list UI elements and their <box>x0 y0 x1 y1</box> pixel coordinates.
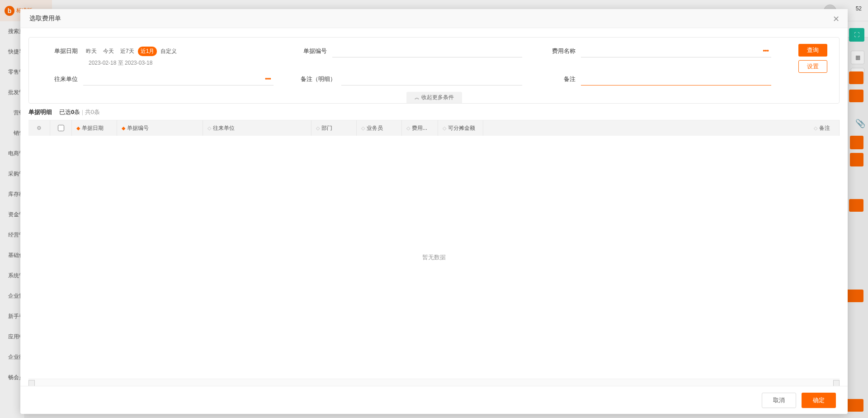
query-button[interactable]: 查询 <box>798 44 827 57</box>
horizontal-scrollbar[interactable] <box>28 379 840 386</box>
close-icon[interactable]: ✕ <box>830 14 841 24</box>
date-chip-7d[interactable]: 近7天 <box>118 47 137 56</box>
selected-count-label: 已选0条 <box>59 109 82 115</box>
filter-panel: 单据日期 昨天 今天 近7天 近1月 自定义 2023-02-18 至 2023… <box>28 37 840 104</box>
filter-label-code: 单据编号 <box>292 47 332 55</box>
select-fee-modal: 选取费用单 ✕ 单据日期 昨天 今天 近7天 近1月 自定义 <box>20 9 848 414</box>
tab-detail[interactable]: 单据明细 <box>28 108 52 116</box>
modal-title: 选取费用单 <box>29 14 61 23</box>
code-input[interactable] <box>332 45 523 57</box>
cancel-button[interactable]: 取消 <box>762 393 796 408</box>
col-code[interactable]: ◆单据编号 <box>117 120 203 136</box>
more-icon[interactable]: ••• <box>265 75 271 82</box>
date-chip-yesterday[interactable]: 昨天 <box>83 47 99 56</box>
table-header: ⚙ ◆单据日期 ◆单据编号 ◇往来单位 ◇部门 ◇业务员 ◇费用... ◇可分摊… <box>28 120 840 136</box>
collapse-toggle[interactable]: ︽ 收起更多条件 <box>406 92 462 103</box>
more-icon[interactable]: ••• <box>763 47 769 54</box>
col-date[interactable]: ◆单据日期 <box>72 120 117 136</box>
fee-name-input[interactable] <box>581 45 771 57</box>
filter-label-memo-detail: 备注（明细） <box>292 75 341 83</box>
col-amount[interactable]: ◇可分摊金额 <box>438 120 483 136</box>
filter-label-unit: 往来单位 <box>42 75 83 83</box>
date-chip-today[interactable]: 今天 <box>100 47 117 56</box>
chevron-up-icon: ︽ <box>415 94 420 101</box>
memo-input[interactable] <box>581 73 771 86</box>
filter-label-memo: 备注 <box>540 75 581 83</box>
ok-button[interactable]: 确定 <box>802 393 836 408</box>
collapse-label: 收起更多条件 <box>421 94 454 101</box>
date-chip-1m[interactable]: 近1月 <box>138 47 157 56</box>
col-unit[interactable]: ◇往来单位 <box>203 120 311 136</box>
col-fee[interactable]: ◇费用... <box>402 120 438 136</box>
separator: | <box>82 109 85 115</box>
date-chip-custom[interactable]: 自定义 <box>158 47 179 56</box>
filter-label-feename: 费用名称 <box>540 47 581 55</box>
empty-state: 暂无数据 <box>28 136 840 379</box>
total-count-label: 共0条 <box>85 109 100 115</box>
unit-input[interactable] <box>83 73 274 86</box>
col-remark[interactable]: ◇备注 <box>483 120 840 136</box>
col-staff[interactable]: ◇业务员 <box>357 120 402 136</box>
select-all-checkbox[interactable] <box>50 120 72 136</box>
date-range-text: 2023-02-18 至 2023-03-18 <box>89 59 152 67</box>
setting-button[interactable]: 设置 <box>798 60 827 73</box>
col-dept[interactable]: ◇部门 <box>311 120 357 136</box>
filter-label-date: 单据日期 <box>42 47 83 55</box>
gear-icon[interactable]: ⚙ <box>28 120 50 136</box>
memo-detail-input[interactable] <box>341 73 523 86</box>
